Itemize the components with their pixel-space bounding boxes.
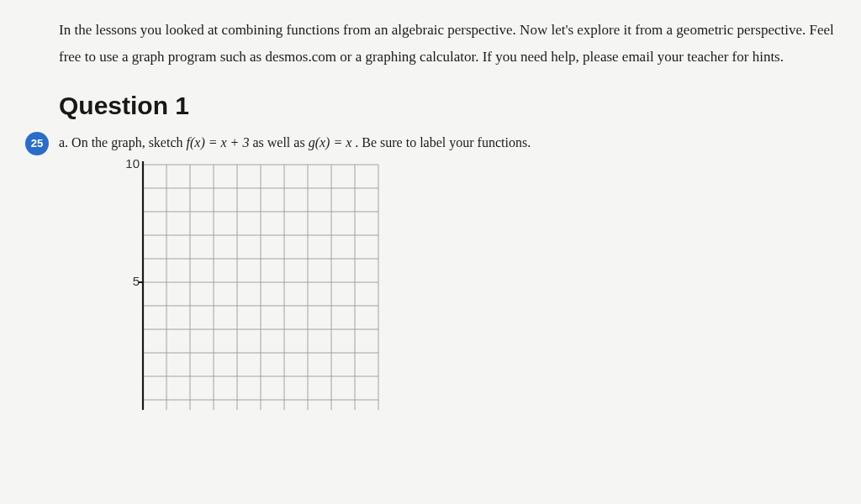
graph-area: 10 5 xyxy=(101,158,844,410)
part-a-mid1: as well as xyxy=(252,135,308,150)
part-a-suffix: . Be sure to label your functions. xyxy=(355,135,531,150)
intro-paragraph: In the lessons you looked at combining f… xyxy=(59,17,844,71)
points-badge: 25 xyxy=(25,132,49,155)
grid-svg xyxy=(101,158,404,410)
y-axis-label-5: 5 xyxy=(116,274,140,288)
part-a-text: a. On the graph, sketch f(x) = x + 3 as … xyxy=(59,132,844,154)
g-expression: g(x) = x xyxy=(309,135,352,150)
question-heading: Question 1 xyxy=(59,92,844,120)
part-a-body: a. On the graph, sketch f(x) = x + 3 as … xyxy=(59,132,844,411)
part-a-prefix: a. On the graph, sketch xyxy=(59,135,187,150)
part-a-row: 25 a. On the graph, sketch f(x) = x + 3 … xyxy=(25,132,844,411)
y-axis-label-10: 10 xyxy=(116,156,140,171)
f-expression: f(x) = x + 3 xyxy=(187,135,250,150)
